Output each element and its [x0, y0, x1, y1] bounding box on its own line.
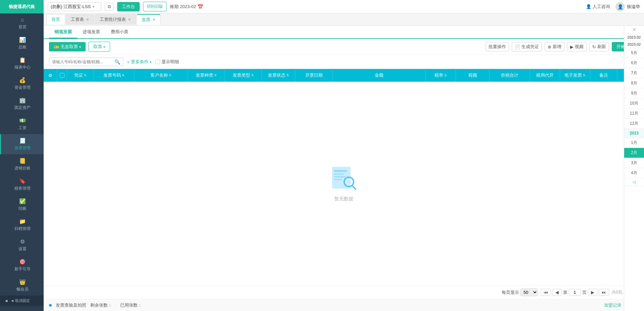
- search-input[interactable]: [52, 60, 112, 64]
- date-panel-month-11[interactable]: 11月: [624, 109, 644, 119]
- no-ticket-button[interactable]: 🎫 无血取票 ▾: [49, 42, 86, 51]
- date-panel-month-4[interactable]: 4月: [624, 168, 644, 178]
- sidebar-item-invoices[interactable]: 🧾 发票管理: [0, 134, 44, 154]
- date-panel-month-10[interactable]: 10月: [624, 99, 644, 109]
- sidebar-item-reports[interactable]: 📋 报表中心: [0, 53, 44, 74]
- th-checkbox[interactable]: [57, 69, 67, 82]
- th-tax-amount[interactable]: 税额: [456, 69, 490, 82]
- period-label: 账期: [170, 4, 179, 10]
- th-invoice-status[interactable]: 发票状态 ⇅: [262, 69, 295, 82]
- sidebar-item-sales-ledger[interactable]: 📒 进销台账: [0, 154, 44, 174]
- new-icon: ⊕: [548, 44, 551, 49]
- empty-icon: [327, 165, 361, 192]
- sub-tab-incoming[interactable]: 进项发票: [77, 26, 105, 38]
- close-tab-icon[interactable]: ✕: [128, 17, 131, 22]
- sidebar-item-label: 进销台账: [14, 165, 31, 171]
- th-tax-rate[interactable]: 税率 ⇅: [426, 69, 456, 82]
- sub-tab-expense[interactable]: 费用小票: [105, 26, 134, 38]
- more-conditions-btn[interactable]: ▿ 更多条件 ▾: [127, 59, 151, 65]
- tab-salary-table[interactable]: 工资表 ✕: [66, 14, 94, 25]
- sub-tab-outgoing[interactable]: 销项发票: [49, 26, 77, 38]
- th-settings[interactable]: ⚙: [44, 69, 57, 82]
- date-panel-month-9[interactable]: 9月: [624, 88, 644, 99]
- date-panel-month-1[interactable]: 1月: [624, 138, 644, 148]
- date-panel: ✕ 2023.02 2023.02 5月 6月 7月 8月 9月 10月 11月…: [624, 26, 644, 311]
- calendar-icon[interactable]: 📅: [197, 4, 203, 9]
- sidebar-item-close[interactable]: ✅ 结账: [0, 195, 44, 215]
- th-amount[interactable]: 金额: [332, 69, 426, 82]
- reports-icon: 📋: [19, 57, 26, 63]
- sidebar-item-vip[interactable]: 👑 畅会员: [0, 275, 44, 296]
- per-page-dropdown[interactable]: 50 20 100: [520, 288, 538, 296]
- th-electronic[interactable]: 电子发票 ⇅: [560, 69, 590, 82]
- video-icon: ▶: [570, 44, 573, 49]
- sidebar-item-ledger[interactable]: 📊 总账: [0, 33, 44, 53]
- th-voucher[interactable]: 凭证 ⇅: [67, 69, 94, 82]
- sidebar-item-archive[interactable]: 📁 归档管理: [0, 215, 44, 235]
- date-panel-month-5[interactable]: 5月: [624, 48, 644, 58]
- sidebar-item-guide[interactable]: 🎯 新手引导: [0, 255, 44, 275]
- sidebar-item-tax[interactable]: 🔖 税务管理: [0, 174, 44, 195]
- close-book-icon: ✅: [19, 198, 26, 204]
- remaining-label: 剩余张数：: [90, 302, 112, 308]
- page-input[interactable]: [569, 289, 581, 296]
- get-ticket-button[interactable]: 取票 ▾: [88, 42, 110, 52]
- gen-voucher-button[interactable]: 📄 生成凭证: [512, 42, 542, 51]
- user-info[interactable]: 👤 徐溢华: [615, 2, 640, 11]
- show-detail-toggle[interactable]: 显示明细: [155, 59, 179, 65]
- page-label: 第: [563, 289, 567, 296]
- copy-button[interactable]: ⧉: [105, 3, 114, 11]
- date-panel-month-3[interactable]: 3月: [624, 158, 644, 168]
- date-panel-month-6[interactable]: 6月: [624, 58, 644, 68]
- sidebar-collapse-btn[interactable]: ◄ ◄ 取消固定: [0, 296, 44, 306]
- select-all-checkbox[interactable]: [60, 73, 64, 78]
- sidebar-item-settings[interactable]: ⚙ 设置: [0, 235, 44, 255]
- switch-version-button[interactable]: 切到旧版: [143, 2, 167, 11]
- close-tab-icon[interactable]: ✕: [86, 17, 89, 22]
- sidebar-item-salary[interactable]: 💵 工资: [0, 114, 44, 134]
- close-tab-icon[interactable]: ✕: [152, 17, 155, 22]
- tab-invoices[interactable]: 发票 ✕: [137, 14, 160, 25]
- first-page-button[interactable]: ⏮: [541, 289, 551, 296]
- batch-ops-button[interactable]: 批量操作: [486, 42, 509, 51]
- th-tax-bureau[interactable]: 税局代开: [530, 69, 560, 82]
- sidebar-item-label: 资金管理: [14, 85, 31, 90]
- th-invoice-kind[interactable]: 发票类型 ⇅: [225, 69, 262, 82]
- th-remark[interactable]: 备注: [590, 69, 617, 82]
- workspace-button[interactable]: 工作台: [117, 2, 140, 11]
- ticket-icon: 🎫: [54, 44, 59, 49]
- pagination-bar: 每页显示 50 20 100 ⏮ ◀ 第 页 ▶: [44, 285, 644, 299]
- sidebar-item-home[interactable]: ⌂ 首页: [0, 13, 44, 33]
- sidebar-item-funds[interactable]: 💰 资金管理: [0, 74, 44, 94]
- th-total[interactable]: 价税合计: [490, 69, 530, 82]
- new-button[interactable]: ⊕ 新增: [545, 42, 564, 51]
- date-panel-month-12[interactable]: 12月: [624, 119, 644, 129]
- date-panel-expand-btn[interactable]: ◁: [624, 178, 644, 186]
- company-name: (勿删) 江西股宝-LSS: [51, 4, 91, 10]
- last-page-button[interactable]: ⏭: [599, 289, 609, 296]
- th-customer[interactable]: 客户名称 ⇅: [134, 69, 188, 82]
- th-invoice-no[interactable]: 发票号码 ⇅: [94, 69, 134, 82]
- prev-page-button[interactable]: ◀: [552, 289, 562, 296]
- filter-icon: ▿: [127, 60, 130, 65]
- tab-label: 首页: [51, 16, 60, 23]
- tab-home[interactable]: 首页: [46, 14, 65, 25]
- date-panel-month-2-active[interactable]: 2月: [624, 148, 644, 158]
- next-page-button[interactable]: ▶: [588, 289, 597, 296]
- tab-salary-stats[interactable]: 工资统计报表 ✕: [95, 14, 136, 25]
- refresh-button[interactable]: ↻ 刷新: [589, 42, 609, 51]
- th-open-date[interactable]: 开票日期: [295, 69, 332, 82]
- show-detail-checkbox[interactable]: [155, 60, 160, 64]
- support-button[interactable]: 👤 人工咨询: [586, 4, 610, 10]
- th-invoice-type[interactable]: 发票种类 ⇅: [188, 69, 225, 82]
- svg-rect-3: [334, 176, 346, 178]
- sidebar-item-assets[interactable]: 🏢 固定资产: [0, 94, 44, 114]
- search-box[interactable]: 🔍: [49, 57, 123, 66]
- date-panel-month-8[interactable]: 8月: [624, 78, 644, 88]
- date-panel-close-btn[interactable]: ✕: [624, 26, 644, 34]
- join-record-link[interactable]: 加盟记录: [604, 302, 622, 308]
- sidebar-item-label: 新手引导: [14, 266, 31, 272]
- date-panel-month-7[interactable]: 7月: [624, 68, 644, 78]
- company-selector[interactable]: (勿删) 江西股宝-LSS ▾: [48, 2, 101, 11]
- video-button[interactable]: ▶ 视频: [567, 42, 587, 51]
